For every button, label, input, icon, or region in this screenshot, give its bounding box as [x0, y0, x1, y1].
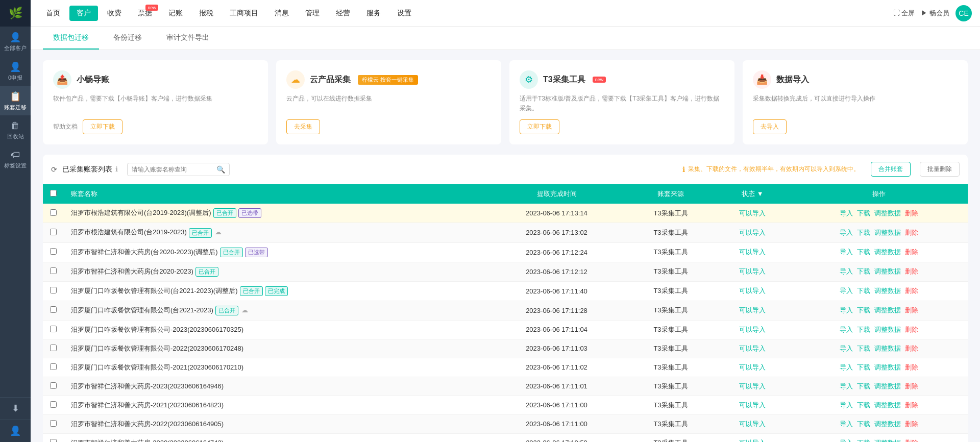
fullscreen-btn[interactable]: ⛶ 全屏: [893, 9, 915, 18]
action-adjust[interactable]: 调整数据: [874, 248, 901, 256]
app-logo[interactable]: 🌿: [0, 0, 31, 27]
help-doc-link[interactable]: 帮助文档: [53, 122, 78, 131]
action-adjust[interactable]: 调整数据: [874, 420, 901, 428]
download-now-t3-btn[interactable]: 立即下载: [520, 119, 559, 134]
tab-data-migrate[interactable]: 数据包迁移: [43, 27, 99, 50]
action-import[interactable]: 导入: [840, 287, 853, 294]
action-delete[interactable]: 删除: [905, 287, 918, 294]
go-import-btn[interactable]: 去导入: [753, 119, 787, 134]
nav-settings[interactable]: 设置: [390, 6, 419, 21]
action-delete[interactable]: 删除: [905, 401, 918, 409]
member-btn[interactable]: ▶ 畅会员: [921, 9, 949, 18]
action-import[interactable]: 导入: [840, 306, 853, 314]
nav-account[interactable]: 记账: [161, 6, 190, 21]
row-checkbox[interactable]: [50, 363, 57, 370]
action-download[interactable]: 下载: [857, 439, 870, 442]
action-download[interactable]: 下载: [857, 306, 870, 314]
row-checkbox[interactable]: [50, 401, 57, 408]
sidebar-item-download[interactable]: ⬇: [0, 397, 31, 420]
row-checkbox[interactable]: [50, 382, 57, 389]
row-checkbox[interactable]: [50, 306, 57, 313]
sidebar-item-recycle[interactable]: 🗑 回收站: [0, 115, 31, 144]
row-checkbox[interactable]: [50, 345, 57, 351]
action-import[interactable]: 导入: [840, 363, 853, 371]
sidebar-item-zero-report[interactable]: 👤 0申报: [0, 56, 31, 86]
action-delete[interactable]: 删除: [905, 382, 918, 390]
action-import[interactable]: 导入: [840, 229, 853, 236]
action-download[interactable]: 下载: [857, 267, 870, 275]
tab-audit-export[interactable]: 审计文件导出: [156, 27, 219, 50]
action-download[interactable]: 下载: [857, 401, 870, 409]
action-download[interactable]: 下载: [857, 326, 870, 333]
row-checkbox[interactable]: [50, 420, 57, 427]
action-download[interactable]: 下载: [857, 287, 870, 294]
action-adjust[interactable]: 调整数据: [874, 229, 901, 236]
action-delete[interactable]: 删除: [905, 439, 918, 442]
tab-backup-migrate[interactable]: 备份迁移: [103, 27, 152, 50]
action-import[interactable]: 导入: [840, 439, 853, 442]
sidebar-item-user[interactable]: 👤: [0, 420, 31, 442]
action-download[interactable]: 下载: [857, 229, 870, 236]
row-checkbox[interactable]: [50, 439, 57, 442]
action-adjust[interactable]: 调整数据: [874, 209, 901, 217]
action-download[interactable]: 下载: [857, 363, 870, 371]
action-delete[interactable]: 删除: [905, 229, 918, 236]
nav-service[interactable]: 服务: [359, 6, 388, 21]
action-import[interactable]: 导入: [840, 382, 853, 390]
action-delete[interactable]: 删除: [905, 345, 918, 352]
action-import[interactable]: 导入: [840, 248, 853, 256]
sidebar-item-tag-settings[interactable]: 🏷 标签设置: [0, 144, 31, 174]
action-adjust[interactable]: 调整数据: [874, 306, 901, 314]
merge-btn[interactable]: 合并账套: [871, 162, 911, 177]
action-adjust[interactable]: 调整数据: [874, 401, 901, 409]
action-download[interactable]: 下载: [857, 345, 870, 352]
nav-biz[interactable]: 工商项目: [223, 6, 265, 21]
go-collect-btn[interactable]: 去采集: [286, 119, 320, 134]
action-import[interactable]: 导入: [840, 267, 853, 275]
action-adjust[interactable]: 调整数据: [874, 345, 901, 352]
action-delete[interactable]: 删除: [905, 209, 918, 217]
action-adjust[interactable]: 调整数据: [874, 267, 901, 275]
action-import[interactable]: 导入: [840, 326, 853, 333]
action-delete[interactable]: 删除: [905, 267, 918, 275]
nav-charge[interactable]: 收费: [100, 6, 129, 21]
action-adjust[interactable]: 调整数据: [874, 363, 901, 371]
row-checkbox[interactable]: [50, 267, 57, 274]
download-now-xc-btn[interactable]: 立即下载: [83, 119, 122, 134]
action-download[interactable]: 下载: [857, 382, 870, 390]
action-download[interactable]: 下载: [857, 248, 870, 256]
filter-icon[interactable]: ▼: [757, 190, 764, 198]
action-import[interactable]: 导入: [840, 401, 853, 409]
user-avatar[interactable]: CE: [955, 5, 972, 21]
batch-delete-btn[interactable]: 批量删除: [920, 162, 960, 177]
nav-manage[interactable]: 管理: [298, 6, 327, 21]
nav-home[interactable]: 首页: [39, 6, 67, 21]
sidebar-item-account-migrate[interactable]: 📋 账套迁移: [0, 86, 31, 115]
action-delete[interactable]: 删除: [905, 248, 918, 256]
action-adjust[interactable]: 调整数据: [874, 326, 901, 333]
nav-tax[interactable]: 报税: [192, 6, 220, 21]
sidebar-item-all-clients[interactable]: 👤 全部客户: [0, 27, 31, 56]
nav-client[interactable]: 客户: [69, 6, 98, 21]
row-checkbox[interactable]: [50, 287, 57, 293]
action-import[interactable]: 导入: [840, 345, 853, 352]
action-delete[interactable]: 删除: [905, 306, 918, 314]
search-icon[interactable]: 🔍: [216, 165, 225, 174]
action-delete[interactable]: 删除: [905, 363, 918, 371]
action-delete[interactable]: 删除: [905, 420, 918, 428]
row-checkbox[interactable]: [50, 229, 57, 235]
action-import[interactable]: 导入: [840, 209, 853, 217]
row-checkbox[interactable]: [50, 209, 57, 216]
action-download[interactable]: 下载: [857, 209, 870, 217]
action-adjust[interactable]: 调整数据: [874, 382, 901, 390]
nav-message[interactable]: 消息: [267, 6, 296, 21]
nav-invoice[interactable]: 票据 new: [131, 6, 159, 21]
action-import[interactable]: 导入: [840, 420, 853, 428]
action-adjust[interactable]: 调整数据: [874, 439, 901, 442]
search-input[interactable]: [132, 166, 213, 173]
nav-operation[interactable]: 经营: [329, 6, 357, 21]
action-adjust[interactable]: 调整数据: [874, 287, 901, 294]
action-delete[interactable]: 删除: [905, 326, 918, 333]
row-checkbox[interactable]: [50, 326, 57, 332]
select-all-checkbox[interactable]: [50, 190, 57, 197]
